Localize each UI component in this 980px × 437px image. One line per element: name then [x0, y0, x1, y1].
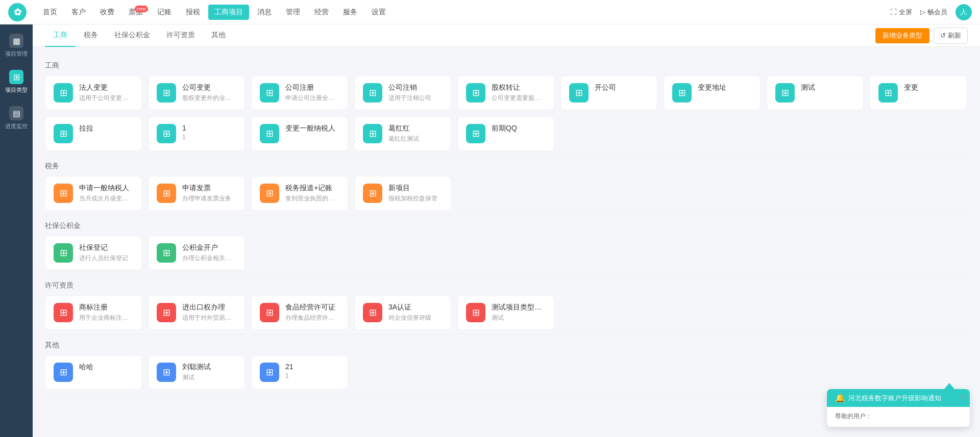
biz-card-gongshang-1[interactable]: ⊞ 公司变更 股权变更外的业务变更 — [148, 75, 245, 110]
biz-card-icon-xuke-1: ⊞ — [157, 303, 176, 322]
sidebar-item-progress-monitor[interactable]: ▤ 进度监控 — [0, 101, 33, 135]
sidebar: ▦ 项目管理 ⊞ 项目类型 ▤ 进度监控 — [0, 24, 33, 437]
biz-card-icon-gongshang-13: ⊞ — [466, 124, 485, 143]
biz-card-xuke-4[interactable]: ⊞ 测试项目类型自定义 测试 — [457, 295, 554, 330]
fullscreen-btn[interactable]: ⛶ 全屏 — [890, 8, 912, 17]
notification-close-button[interactable]: ✕ — [960, 393, 966, 401]
notif-content: 尊敬的用户： — [835, 412, 962, 421]
nav-item-message[interactable]: 消息 — [251, 5, 278, 20]
biz-card-gongshang-10[interactable]: ⊞ 1 1 — [148, 116, 245, 151]
card-grid-shebao: ⊞ 社保登记 进行人员社保登记 ⊞ 公积金开户 办理公积金相关业务 — [45, 236, 968, 270]
popup-arrow — [944, 383, 954, 389]
biz-card-info-gongshang-3: 公司注销 适用于注销公司 — [388, 83, 443, 102]
top-nav-right: ⛶ 全屏 ▷ 畅会员 人 — [890, 4, 972, 20]
nav-item-service[interactable]: 服务 — [337, 5, 363, 20]
biz-card-name-gongshang-7: 测试 — [801, 83, 855, 92]
nav-item-operation[interactable]: 经营 — [308, 5, 335, 20]
biz-card-name-qita-2: 21 — [285, 363, 339, 371]
nav-item-manage[interactable]: 管理 — [280, 5, 306, 20]
nav-item-home[interactable]: 首页 — [37, 5, 63, 20]
biz-card-info-gongshang-0: 法人变更 适用于公司变更法人 — [79, 83, 133, 102]
biz-card-shuiwu-3[interactable]: ⊞ 新项目 报税加税控盘保管 — [354, 176, 451, 211]
biz-card-desc-qita-1: 测试 — [182, 373, 236, 382]
biz-card-gongshang-2[interactable]: ⊞ 公司注册 申请公司注册全流程 — [251, 75, 348, 110]
biz-card-info-gongshang-4: 股权转让 公司变更需要股权转让 — [492, 83, 546, 102]
nav-item-taxreport[interactable]: 报税 — [180, 5, 206, 20]
biz-card-qita-2[interactable]: ⊞ 21 1 — [251, 355, 348, 390]
tab-qita[interactable]: 其他 — [203, 24, 234, 47]
biz-card-gongshang-0[interactable]: ⊞ 法人变更 适用于公司变更法人 — [45, 75, 142, 110]
sidebar-label-project-manage: 项目管理 — [5, 50, 28, 58]
biz-card-info-shuiwu-1: 申请发票 办理申请发票业务 — [182, 184, 236, 203]
biz-card-name-gongshang-11: 变更一般纳税人 — [285, 124, 339, 133]
sidebar-item-project-type[interactable]: ⊞ 项目类型 — [0, 65, 33, 99]
nav-item-fee[interactable]: 收费 — [94, 5, 120, 20]
sidebar-icon-project-manage: ▦ — [9, 34, 23, 48]
biz-card-desc-xuke-2: 办理食品经营许可证 — [285, 314, 339, 322]
sidebar-item-project-manage[interactable]: ▦ 项目管理 — [0, 29, 33, 63]
biz-card-icon-xuke-4: ⊞ — [466, 303, 485, 322]
biz-card-xuke-3[interactable]: ⊞ 3A认证 对企业信誉评级 — [354, 295, 451, 330]
section-title-qita: 其他 — [45, 341, 968, 350]
tab-shebao[interactable]: 社保公积金 — [106, 24, 158, 47]
biz-card-desc-gongshang-10: 1 — [182, 134, 236, 141]
biz-card-qita-1[interactable]: ⊞ 刘聪测试 测试 — [148, 355, 245, 390]
biz-card-xuke-0[interactable]: ⊞ 商标注册 用于企业商标注册服务 — [45, 295, 142, 330]
nav-item-bizproject[interactable]: 工商项目 — [208, 5, 249, 20]
biz-card-gongshang-7[interactable]: ⊞ 测试 — [767, 75, 864, 110]
biz-card-icon-gongshang-3: ⊞ — [363, 83, 382, 102]
user-avatar[interactable]: 人 — [955, 4, 972, 20]
biz-card-gongshang-3[interactable]: ⊞ 公司注销 适用于注销公司 — [354, 75, 451, 110]
nav-item-client[interactable]: 客户 — [65, 5, 92, 20]
biz-card-gongshang-8[interactable]: ⊞ 变更 — [870, 75, 967, 110]
biz-card-info-gongshang-8: 变更 — [904, 83, 958, 92]
refresh-button[interactable]: ↺ 刷新 — [934, 28, 968, 44]
biz-card-name-gongshang-12: 葛红红 — [388, 124, 443, 133]
tab-bar-right: 新增业务类型 ↺ 刷新 — [875, 28, 968, 44]
biz-card-info-xuke-0: 商标注册 用于企业商标注册服务 — [79, 303, 133, 322]
biz-card-info-gongshang-6: 变更地址 — [698, 83, 752, 92]
biz-card-gongshang-9[interactable]: ⊞ 拉拉 — [45, 116, 142, 151]
biz-card-shebao-0[interactable]: ⊞ 社保登记 进行人员社保登记 — [45, 236, 142, 270]
biz-card-gongshang-6[interactable]: ⊞ 变更地址 — [664, 75, 761, 110]
biz-card-icon-xuke-2: ⊞ — [260, 303, 279, 322]
card-grid-gongshang: ⊞ 法人变更 适用于公司变更法人 ⊞ 公司变更 股权变更外的业务变更 ⊞ 公司注… — [45, 75, 968, 151]
tab-shuiwu[interactable]: 税务 — [76, 24, 106, 47]
biz-card-name-shuiwu-0: 申请一般纳税人 — [79, 184, 133, 193]
biz-card-gongshang-11[interactable]: ⊞ 变更一般纳税人 — [251, 116, 348, 151]
notification-popup: ✕ 🔔 河北税务数字账户升级影响通知 尊敬的用户： — [827, 389, 970, 427]
biz-card-gongshang-13[interactable]: ⊞ 前期QQ — [457, 116, 554, 151]
nav-menu: 首页客户收费票据new记账报税工商项目消息管理经营服务设置 — [37, 5, 890, 20]
card-grid-qita: ⊞ 哈哈 ⊞ 刘聪测试 测试 ⊞ 21 1 — [45, 355, 968, 390]
biz-card-desc-shebao-1: 办理公积金相关业务 — [182, 254, 236, 263]
biz-card-xuke-1[interactable]: ⊞ 进出口权办理 适用于对外贸易经营者 — [148, 295, 245, 330]
biz-card-shuiwu-0[interactable]: ⊞ 申请一般纳税人 当月或次月成变更完成 — [45, 176, 142, 211]
vip-label: 畅会员 — [927, 8, 947, 17]
tab-xuke[interactable]: 许可资质 — [158, 24, 203, 47]
biz-card-xuke-2[interactable]: ⊞ 食品经营许可证 办理食品经营许可证 — [251, 295, 348, 330]
biz-card-gongshang-5[interactable]: ⊞ 开公司 — [560, 75, 657, 110]
tab-gongshang[interactable]: 工商 — [45, 24, 76, 47]
biz-card-desc-xuke-1: 适用于对外贸易经营者 — [182, 314, 236, 322]
new-type-button[interactable]: 新增业务类型 — [875, 28, 929, 43]
biz-card-gongshang-12[interactable]: ⊞ 葛红红 葛红红测试 — [354, 116, 451, 151]
biz-card-gongshang-4[interactable]: ⊞ 股权转让 公司变更需要股权转让 — [457, 75, 554, 110]
biz-card-shuiwu-2[interactable]: ⊞ 税务报道+记账 拿到营业执照的新公司 — [251, 176, 348, 211]
section-title-shebao: 社保公积金 — [45, 221, 968, 230]
biz-card-name-shebao-0: 社保登记 — [79, 243, 133, 252]
biz-card-shuiwu-1[interactable]: ⊞ 申请发票 办理申请发票业务 — [148, 176, 245, 211]
biz-card-qita-0[interactable]: ⊞ 哈哈 — [45, 355, 142, 390]
biz-card-icon-qita-0: ⊞ — [54, 363, 73, 382]
vip-btn[interactable]: ▷ 畅会员 — [920, 8, 947, 17]
biz-card-name-qita-0: 哈哈 — [79, 363, 133, 372]
section-divider-shuiwu — [45, 215, 968, 215]
biz-card-shebao-1[interactable]: ⊞ 公积金开户 办理公积金相关业务 — [148, 236, 245, 270]
nav-item-settings[interactable]: 设置 — [365, 5, 392, 20]
sidebar-icon-progress-monitor: ▤ — [9, 106, 23, 120]
biz-card-desc-gongshang-3: 适用于注销公司 — [388, 94, 443, 102]
biz-card-icon-gongshang-10: ⊞ — [157, 124, 176, 143]
biz-card-info-gongshang-9: 拉拉 — [79, 124, 133, 133]
biz-card-desc-shebao-0: 进行人员社保登记 — [79, 254, 133, 263]
nav-item-bookkeeping[interactable]: 记账 — [151, 5, 178, 20]
nav-item-bill[interactable]: 票据new — [122, 5, 149, 20]
